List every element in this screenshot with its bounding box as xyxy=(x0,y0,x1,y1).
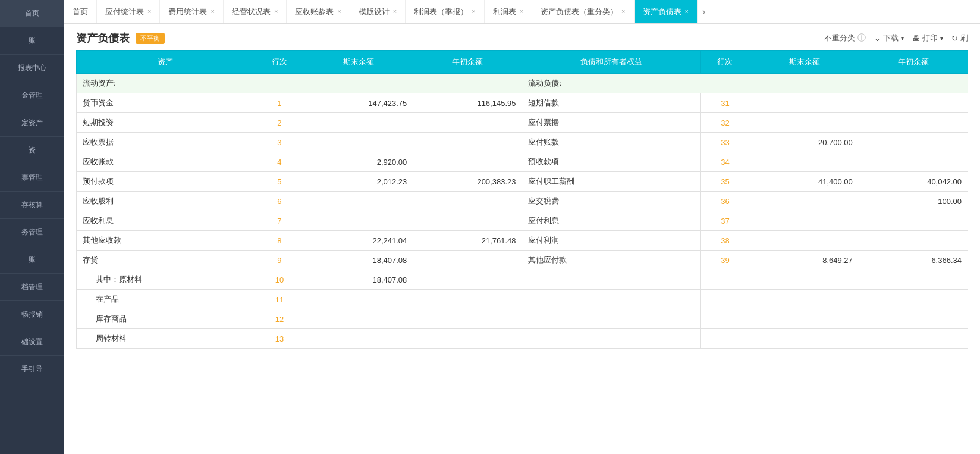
table-row: 周转材料 13 xyxy=(77,329,968,349)
period-end-amount2 xyxy=(750,93,859,113)
content-area: 资产负债表 不平衡 不重分类 ⓘ ⇓ 下载 ▾ 🖶 打印 ▾ xyxy=(64,24,980,454)
asset-label: 应收利息 xyxy=(77,211,255,231)
year-start-amount2 xyxy=(859,309,968,329)
row-number2 xyxy=(701,329,750,349)
year-start-amount xyxy=(413,113,522,133)
period-end-amount xyxy=(304,329,413,349)
tab-balance-reclassified-close[interactable]: × xyxy=(621,8,625,15)
sidebar-item-inventory-calc[interactable]: 存核算 xyxy=(0,192,64,219)
year-start-amount xyxy=(413,211,522,231)
tab-template-design[interactable]: 模版设计 × xyxy=(350,0,406,24)
tab-template-design-close[interactable]: × xyxy=(393,8,397,15)
period-end-amount2 xyxy=(750,152,859,172)
sidebar-item-basic-settings[interactable]: 础设置 xyxy=(0,328,64,356)
sidebar-item-report-center[interactable]: 报表中心 xyxy=(0,55,64,82)
row-number2: 31 xyxy=(701,93,750,113)
tab-payable-stat[interactable]: 应付统计表 × xyxy=(97,0,160,24)
tab-more-button[interactable]: › xyxy=(698,7,710,17)
row-number2 xyxy=(701,270,750,290)
year-start-amount xyxy=(413,290,522,309)
year-start-amount2 xyxy=(859,152,968,172)
asset-label: 在产品 xyxy=(77,290,255,309)
period-end-amount xyxy=(304,192,413,211)
row-number: 3 xyxy=(255,133,304,152)
sidebar-item-sales[interactable]: 畅报销 xyxy=(0,301,64,328)
tab-profit-quarterly[interactable]: 利润表（季报） × xyxy=(406,0,484,24)
asset-label: 预付款项 xyxy=(77,172,255,192)
tab-balance-sheet-close[interactable]: × xyxy=(685,8,689,15)
table-row: 应收利息 7 应付利息 37 xyxy=(77,211,968,231)
asset-label: 应收账款 xyxy=(77,152,255,172)
period-end-amount xyxy=(304,113,413,133)
liab-label: 应付账款 xyxy=(522,133,701,152)
tab-operation-stat-label: 经营状况表 xyxy=(232,7,271,17)
sidebar-item-ticket-mgmt[interactable]: 票管理 xyxy=(0,164,64,192)
table-row: 短期投资 2 应付票据 32 xyxy=(77,113,968,133)
unbalanced-badge: 不平衡 xyxy=(136,33,165,44)
tab-profit-quarterly-close[interactable]: × xyxy=(472,8,475,15)
period-end-amount xyxy=(304,290,413,309)
header-year-start2: 年初余额 xyxy=(859,51,968,74)
tab-expense-stat[interactable]: 费用统计表 × xyxy=(160,0,223,24)
tab-payable-stat-close[interactable]: × xyxy=(147,8,151,15)
asset-label: 库存商品 xyxy=(77,309,255,329)
sidebar-item-investment[interactable]: 资 xyxy=(0,137,64,164)
row-number2 xyxy=(701,290,750,309)
sidebar-item-ledger[interactable]: 账 xyxy=(0,27,64,55)
year-start-amount2 xyxy=(859,211,968,231)
tab-expense-stat-close[interactable]: × xyxy=(211,8,214,15)
sidebar: 首页 账 报表中心 金管理 定资产 资 票管理 存核算 务管理 账 档管理 畅报… xyxy=(0,0,64,454)
tab-receivable-aging-close[interactable]: × xyxy=(337,8,341,15)
tab-home[interactable]: 首页 xyxy=(64,0,97,24)
row-number: 8 xyxy=(255,231,304,251)
tab-operation-stat-close[interactable]: × xyxy=(274,8,278,15)
tab-balance-sheet[interactable]: 资产负债表 × xyxy=(635,0,698,24)
sidebar-item-bank-reconcile[interactable]: 账 xyxy=(0,246,64,274)
sidebar-item-guide[interactable]: 手引导 xyxy=(0,356,64,383)
year-start-amount2 xyxy=(859,290,968,309)
tab-profit-table[interactable]: 利润表 × xyxy=(485,0,532,24)
row-number2 xyxy=(701,309,750,329)
download-icon: ⇓ xyxy=(874,34,881,43)
liab-label xyxy=(522,290,701,309)
tab-profit-table-close[interactable]: × xyxy=(520,8,523,15)
header-asset: 资产 xyxy=(77,51,255,74)
tab-operation-stat[interactable]: 经营状况表 × xyxy=(224,0,287,24)
tab-home-label: 首页 xyxy=(73,7,88,17)
table-row: 其中：原材料 10 18,407.08 xyxy=(77,270,968,290)
year-start-amount2 xyxy=(859,113,968,133)
sidebar-item-file-mgmt[interactable]: 档管理 xyxy=(0,274,64,301)
period-end-amount: 22,241.04 xyxy=(304,231,413,251)
tab-receivable-aging[interactable]: 应收账龄表 × xyxy=(287,0,350,24)
download-arrow-icon: ▾ xyxy=(901,35,904,42)
year-start-amount xyxy=(413,270,522,290)
period-end-amount2 xyxy=(750,290,859,309)
no-reclassify-btn[interactable]: 不重分类 ⓘ xyxy=(824,33,866,43)
liab-label: 应交税费 xyxy=(522,192,701,211)
refresh-btn[interactable]: ↻ 刷 xyxy=(951,33,968,43)
period-end-amount2 xyxy=(750,211,859,231)
sidebar-item-home[interactable]: 首页 xyxy=(0,0,64,27)
period-end-amount2 xyxy=(750,270,859,290)
period-end-amount xyxy=(304,211,413,231)
print-btn[interactable]: 🖶 打印 ▾ xyxy=(912,33,943,43)
period-end-amount2: 8,649.27 xyxy=(750,251,859,270)
asset-label: 应收股利 xyxy=(77,192,255,211)
period-end-amount2: 20,700.00 xyxy=(750,133,859,152)
help-icon[interactable]: ⓘ xyxy=(857,33,866,43)
table-row: 应收股利 6 应交税费 36 100.00 xyxy=(77,192,968,211)
asset-label: 短期投资 xyxy=(77,113,255,133)
liab-label: 其他应付款 xyxy=(522,251,701,270)
period-end-amount2: 41,400.00 xyxy=(750,172,859,192)
sidebar-item-fund-mgmt[interactable]: 金管理 xyxy=(0,82,64,109)
period-end-amount: 18,407.08 xyxy=(304,270,413,290)
sidebar-item-fixed-assets[interactable]: 定资产 xyxy=(0,109,64,137)
row-number: 13 xyxy=(255,329,304,349)
row-number2: 35 xyxy=(701,172,750,192)
table-row: 在产品 11 xyxy=(77,290,968,309)
sidebar-item-tax-mgmt[interactable]: 务管理 xyxy=(0,219,64,246)
period-end-amount xyxy=(304,309,413,329)
tab-balance-reclassified[interactable]: 资产负债表（重分类） × xyxy=(532,0,634,24)
download-btn[interactable]: ⇓ 下载 ▾ xyxy=(874,33,904,43)
row-number2: 34 xyxy=(701,152,750,172)
